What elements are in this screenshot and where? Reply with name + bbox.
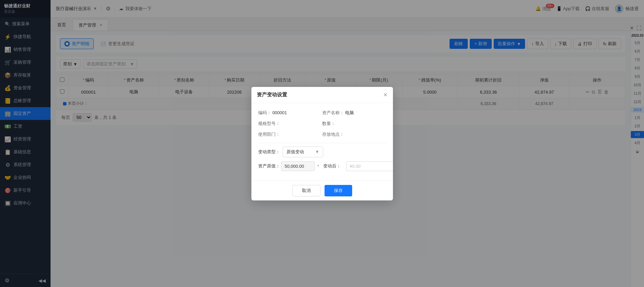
modal-after-change-input[interactable] [346,161,393,171]
modal-footer: 取消 保存 [251,181,393,200]
main-area: 医疗器械行业演示 ▼ ⚙ ☁ 我要体验一下 🔔 消息 99+ 📱 App下载 🎧… [51,0,644,287]
modal-code-item: 编码： 000001 [258,108,322,117]
modal-department-label: 使用部门： [258,132,280,137]
modal-after-change-label: 变动后： [323,163,343,169]
content-wrapper: 资产明细 📄 变更生成凭证 刷账 + 新增 批量操作 ▼ [51,31,644,287]
modal-code-value: 000001 [272,110,287,115]
modal-change-type-label: 变动类型： [258,149,280,155]
modal-change-type-dropdown-icon: ▼ [315,149,319,154]
modal-change-type-value: 原值变动 [286,149,304,155]
modal-header: 资产变动设置 ✕ [251,87,393,103]
modal-overlay: 资产变动设置 ✕ 编码： 000001 资产名称： 电脑 [51,31,644,287]
modal-change-type-row: 变动类型： 原值变动 ▼ [258,147,386,157]
modal-storage-item: 存放地点： [322,130,386,139]
modal-original-value-label: 资产原值： [258,163,278,169]
asset-change-modal: 资产变动设置 ✕ 编码： 000001 资产名称： 电脑 [251,87,393,200]
modal-storage-label: 存放地点： [322,132,344,137]
modal-save-btn[interactable]: 保存 [325,185,352,196]
required-star: * [317,164,319,169]
modal-quantity-label: 数量： [322,121,335,126]
modal-code-label: 编码： [258,110,271,115]
modal-spec-item: 规格型号： [258,119,322,128]
modal-change-type-select[interactable]: 原值变动 ▼ [283,147,323,157]
modal-title: 资产变动设置 [257,92,287,98]
modal-asset-name-item: 资产名称： 电脑 [322,108,386,117]
modal-value-row: 资产原值： 50,000.00 * 变动后： [258,161,386,171]
modal-department-item: 使用部门： [258,130,322,139]
modal-spec-label: 规格型号： [258,121,280,126]
modal-asset-name-label: 资产名称： [322,110,344,115]
modal-info-grid: 编码： 000001 资产名称： 电脑 规格型号： 数量： [258,108,386,139]
modal-divider [258,143,386,143]
modal-cancel-btn[interactable]: 取消 [292,185,320,196]
modal-close-btn[interactable]: ✕ [383,92,388,98]
modal-original-value: 50,000.00 [281,161,315,171]
modal-quantity-item: 数量： [322,119,386,128]
modal-body: 编码： 000001 资产名称： 电脑 规格型号： 数量： [251,103,393,181]
modal-asset-name-value: 电脑 [345,110,354,115]
